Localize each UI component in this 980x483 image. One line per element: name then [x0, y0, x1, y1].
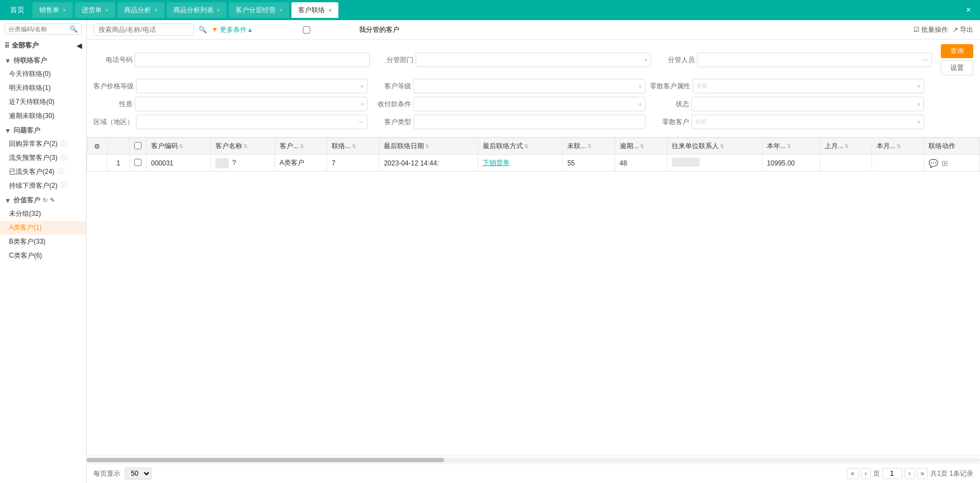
sort-grade-icon[interactable]: ⇅	[300, 144, 304, 149]
last-page-button[interactable]: »	[917, 468, 929, 479]
staff-input[interactable]: ···	[697, 53, 932, 67]
all-customers-header[interactable]: ⠿ 全部客户 ◀	[0, 38, 86, 53]
chat-action-icon[interactable]: 💬	[929, 159, 938, 168]
per-page-select[interactable]: 50	[125, 467, 152, 480]
current-page-input[interactable]	[882, 468, 902, 479]
first-page-button[interactable]: «	[847, 468, 859, 479]
expand-icon2: ▼	[4, 127, 11, 135]
sidebar-item-churn-warning[interactable]: 流失预警客户(3) ⓘ	[0, 151, 86, 165]
select-all-checkbox[interactable]	[134, 142, 142, 149]
tab-customer-contact[interactable]: 客户联络 ×	[291, 2, 338, 18]
close-tab-customer-segmentation[interactable]: ×	[279, 7, 282, 13]
customer-grade-select[interactable]: ▾	[413, 79, 646, 93]
dept-select[interactable]: ▾	[416, 53, 651, 67]
row-checkbox[interactable]	[134, 159, 142, 166]
row-check[interactable]	[130, 155, 147, 172]
th-check[interactable]	[130, 138, 147, 155]
search-button[interactable]: 🔍	[199, 26, 207, 34]
retail-customer-select[interactable]: 全部▾	[691, 115, 924, 129]
company-contact-placeholder	[672, 158, 700, 167]
prev-page-button[interactable]: ‹	[861, 468, 871, 479]
close-tab-product-analysis[interactable]: ×	[154, 7, 158, 13]
sidebar-search-input[interactable]	[8, 26, 67, 32]
tab-product-analysis-list[interactable]: 商品分析列表 ×	[167, 2, 227, 18]
status-select[interactable]: ▾	[691, 97, 924, 111]
horizontal-scrollbar[interactable]	[87, 456, 980, 463]
sidebar-item-overdue-contact[interactable]: 逾期未联络(30)	[0, 109, 86, 123]
collapse-sidebar-icon[interactable]: ◀	[77, 42, 82, 50]
region-dots-icon[interactable]: ···	[358, 118, 364, 126]
sort-this-year-icon[interactable]: ⇅	[787, 144, 791, 149]
sidebar-search-box[interactable]: 🔍	[4, 23, 82, 35]
grid-action-icon[interactable]: ⊞	[941, 159, 948, 168]
sort-company-contact-icon[interactable]: ⇅	[720, 144, 724, 149]
phone-input[interactable]	[135, 53, 370, 67]
edit-icon[interactable]: ✎	[50, 197, 55, 204]
sort-code-icon[interactable]: ⇅	[179, 144, 183, 149]
sort-last-month-icon[interactable]: ⇅	[845, 144, 849, 149]
th-setting[interactable]: ⚙	[87, 138, 107, 155]
tab-purchase-order[interactable]: 进货单 ×	[75, 2, 115, 18]
tab-customer-segmentation[interactable]: 客户分层经营 ×	[229, 2, 289, 18]
dots-icon[interactable]: ···	[922, 56, 928, 64]
refresh-icon[interactable]: ↻	[43, 197, 48, 204]
sort-last-date-icon[interactable]: ⇅	[425, 144, 430, 149]
retail-attr-select[interactable]: 全部▾	[692, 79, 924, 93]
top-navigation: 首页 销售单 × 进货单 × 商品分析 × 商品分析列表 × 客户分层经营 × …	[0, 0, 980, 20]
sidebar-item-declining[interactable]: 持续下滑客户(2) ⓘ	[0, 179, 86, 193]
sidebar-item-today-contact[interactable]: 今天待联络(0)	[0, 67, 86, 81]
next-page-button[interactable]: ›	[904, 468, 915, 479]
th-last-month: 上月...⇅	[819, 138, 871, 155]
export-button[interactable]: ↗ 导出	[953, 25, 973, 35]
row-last-method[interactable]: 下销货单	[478, 155, 563, 172]
search-input[interactable]	[93, 23, 194, 36]
sort-last-method-icon[interactable]: ⇅	[524, 144, 529, 149]
th-last-date: 最后联络日期⇅	[379, 138, 478, 155]
pagination-buttons: « ‹ 页 › » 共1页 1条记录	[847, 468, 973, 479]
bulk-ops-button[interactable]: ☑ 批量操作	[913, 25, 948, 35]
sidebar-item-abnormal[interactable]: 回购异常客户(2) ⓘ	[0, 137, 86, 151]
my-customers-checkbox-label[interactable]: 我分管的客户	[256, 25, 399, 35]
close-tab-sales-order[interactable]: ×	[63, 7, 66, 13]
close-window-button[interactable]: ×	[962, 5, 976, 15]
price-grade-select[interactable]: ▾	[136, 79, 368, 93]
sidebar-item-c-class[interactable]: C类客户(6)	[0, 249, 86, 263]
settings-icon[interactable]: ⚙	[94, 143, 100, 150]
nature-select[interactable]: ▾	[135, 97, 368, 111]
close-tab-purchase-order[interactable]: ×	[105, 7, 109, 13]
home-tab[interactable]: 首页	[4, 5, 30, 15]
scrollbar-track[interactable]	[87, 458, 980, 462]
sidebar-item-b-class[interactable]: B类客户(33)	[0, 235, 86, 249]
sidebar-item-tomorrow-contact[interactable]: 明天待联络(1)	[0, 81, 86, 95]
th-overdue: 逾期...⇅	[615, 138, 667, 155]
close-tab-product-analysis-list[interactable]: ×	[217, 7, 220, 13]
more-conditions-button[interactable]: ▼ 更多条件 ▴	[211, 25, 252, 35]
sort-no-contact-icon[interactable]: ⇅	[587, 144, 592, 149]
toolbar-right: ☑ 批量操作 ↗ 导出	[913, 25, 973, 35]
sidebar-item-churned[interactable]: 已流失客户(24) ⓘ	[0, 165, 86, 179]
sort-overdue-icon[interactable]: ⇅	[640, 144, 644, 149]
customer-table: ⚙ 客户编码⇅ 客户名称⇅ 客户...⇅	[87, 138, 980, 456]
sort-contact-icon[interactable]: ⇅	[352, 144, 356, 149]
scrollbar-thumb[interactable]	[87, 458, 444, 462]
tab-product-analysis[interactable]: 商品分析 ×	[117, 2, 164, 18]
sidebar-item-unclassified[interactable]: 未分组(32)	[0, 207, 86, 221]
filter-retail-attr: 零散客户属性 全部▾	[650, 79, 924, 93]
query-button[interactable]: 查询	[941, 44, 973, 58]
last-method-link[interactable]: 下销货单	[483, 159, 510, 167]
sidebar: 🔍 ⠿ 全部客户 ◀ ▼ 待联络客户 今天待联络(0) 明天待联络(1) 近7天…	[0, 20, 87, 483]
th-code: 客户编码⇅	[147, 138, 211, 155]
sort-name-icon[interactable]: ⇅	[243, 144, 248, 149]
region-input[interactable]: ···	[136, 115, 368, 129]
tab-sales-order[interactable]: 销售单 ×	[32, 2, 73, 18]
price-grade-label: 客户价格等级	[93, 82, 134, 91]
my-customers-checkbox[interactable]	[256, 26, 357, 34]
sidebar-item-a-class[interactable]: A类客户(1)	[0, 221, 86, 235]
row-code[interactable]: 000031	[147, 155, 211, 172]
setting-button[interactable]: 设置	[941, 60, 973, 75]
customer-type-input[interactable]	[413, 115, 646, 129]
sidebar-item-week-contact[interactable]: 近7天待联络(0)	[0, 95, 86, 109]
sort-this-month-icon[interactable]: ⇅	[897, 144, 901, 149]
payment-select[interactable]: ▾	[413, 97, 646, 111]
close-tab-customer-contact[interactable]: ×	[328, 7, 332, 13]
